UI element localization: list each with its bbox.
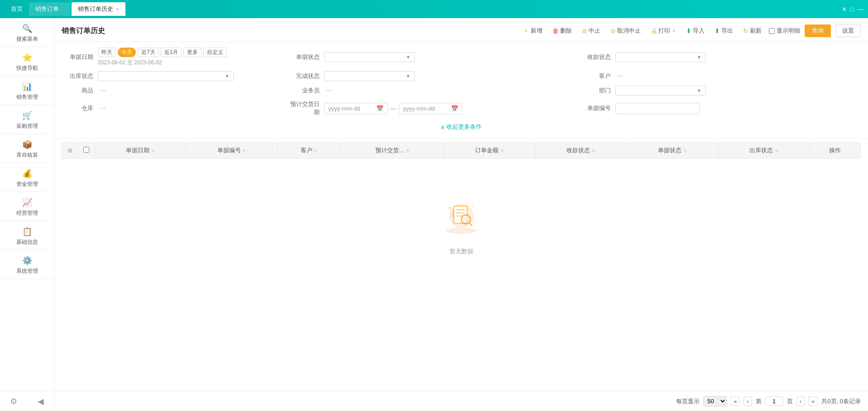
collapse-button[interactable]: ∧ 收起更多条件 [62, 121, 861, 133]
sidebar-item-quick-nav[interactable]: ⭐ 快捷导航 [0, 47, 54, 76]
empty-text: 暂无数据 [450, 247, 473, 256]
export-label: 导出 [721, 27, 733, 35]
customer-ellipsis[interactable]: ··· [615, 72, 625, 80]
first-page-button[interactable]: « [730, 396, 740, 406]
page-input[interactable] [765, 396, 783, 406]
date-btn-more[interactable]: 更多 [183, 48, 201, 57]
date-quick-btns: 昨天 今天 近7天 近1月 更多 自定义 [98, 48, 227, 57]
col-number[interactable]: 单据编号 ⇅ [186, 143, 277, 159]
col-outbound-status-sort[interactable]: ⇅ [775, 148, 778, 153]
empty-illustration [439, 195, 484, 240]
sidebar-settings-icon[interactable]: ⚙ [10, 396, 17, 406]
date-btn-custom[interactable]: 自定义 [203, 48, 227, 57]
outbound-select[interactable]: ▼ [98, 71, 234, 81]
col-date[interactable]: 单据日期 ⇅ [95, 143, 186, 159]
status-select[interactable]: ▼ [324, 52, 415, 62]
filter-customer-col: 客户 ··· [579, 72, 861, 80]
product-ellipsis[interactable]: ··· [98, 87, 107, 95]
tab-sales-order-history-close[interactable]: × [116, 6, 119, 12]
table-settings-icon[interactable]: ⚙ [67, 147, 73, 154]
home-tab[interactable]: 首页 [5, 2, 29, 16]
stop-button[interactable]: ⊘ 中止 [579, 25, 603, 36]
date-btn-1month[interactable]: 近1月 [161, 48, 182, 57]
new-label: 新增 [531, 27, 542, 35]
sidebar-item-purchase[interactable]: 🛒 采购管理 [0, 105, 54, 134]
sidebar-item-search[interactable]: 🔍 搜索菜单 [0, 18, 54, 47]
col-amount-sort[interactable]: ⇅ [500, 148, 504, 153]
calendar-from-icon[interactable]: 📅 [376, 105, 384, 112]
cancel-stop-label: 取消中止 [617, 27, 641, 35]
col-delivery[interactable]: 预计交货... ⇅ [340, 143, 444, 159]
col-amount[interactable]: 订单金额 ⇅ [444, 143, 535, 159]
sidebar-item-operations-label: 经营管理 [16, 209, 38, 217]
sidebar-item-basic-info[interactable]: 📋 基础信息 [0, 221, 54, 250]
sidebar-item-system[interactable]: ⚙️ 系统管理 [0, 250, 54, 279]
export-icon: ⬆ [715, 27, 720, 34]
inventory-icon: 📦 [22, 140, 32, 150]
new-button[interactable]: ＋ 新增 [520, 25, 545, 36]
import-button[interactable]: ⬇ 导入 [683, 25, 707, 36]
search-menu-icon: 🔍 [22, 24, 32, 34]
delivery-date-from[interactable]: yyyy-mm-dd 📅 [324, 103, 388, 114]
col-customer-sort[interactable]: ⇅ [314, 148, 317, 153]
print-button[interactable]: 🖨 打印 ▼ [648, 25, 679, 36]
query-button[interactable]: 查询 [805, 24, 831, 37]
page-header: 销售订单历史 ＋ 新增 🗑 删除 ⊘ 中止 ⊘ 取消中止 [54, 18, 868, 42]
status-select-arrow: ▼ [406, 54, 411, 60]
col-doc-status[interactable]: 单据状态 ⇅ [627, 143, 718, 159]
department-select[interactable]: ▼ [615, 86, 706, 96]
per-page-select[interactable]: 50 100 200 [703, 396, 727, 406]
col-receipt-status[interactable]: 收款状态 ⇅ [535, 143, 627, 159]
next-page-button[interactable]: › [796, 396, 805, 406]
col-delivery-sort[interactable]: ⇅ [406, 148, 409, 153]
date-btn-7days[interactable]: 近7天 [138, 48, 159, 57]
col-receipt-status-sort[interactable]: ⇅ [592, 148, 595, 153]
col-date-sort[interactable]: ⇅ [151, 148, 154, 153]
col-number-sort[interactable]: ⇅ [242, 148, 246, 153]
sidebar-item-finance-label: 资金管理 [16, 180, 38, 188]
completion-select[interactable]: ▼ [324, 71, 415, 81]
prev-page-button[interactable]: ‹ [743, 396, 752, 406]
delete-button[interactable]: 🗑 删除 [550, 25, 575, 36]
warehouse-ellipsis[interactable]: ··· [98, 104, 107, 112]
sidebar-collapse-icon[interactable]: ◀ [38, 396, 44, 406]
tab-sales-order-close[interactable]: × [62, 6, 64, 12]
date-btn-today[interactable]: 今天 [118, 48, 136, 57]
last-page-button[interactable]: » [808, 396, 818, 406]
cancel-stop-button[interactable]: ⊘ 取消中止 [608, 25, 643, 36]
sidebar-item-operations[interactable]: 📈 经营管理 [0, 192, 54, 221]
col-doc-status-sort[interactable]: ⇅ [683, 148, 687, 153]
tab-sales-order-history[interactable]: 销售订单历史 × [72, 2, 125, 16]
sidebar-item-inventory[interactable]: 📦 库存核算 [0, 134, 54, 163]
tab-sales-order[interactable]: 销售订单 × [29, 2, 71, 16]
sidebar-item-finance[interactable]: 💰 资金管理 [0, 163, 54, 192]
select-all-checkbox[interactable] [83, 147, 89, 153]
completion-label: 完成状态 [288, 72, 324, 80]
order-number-input[interactable] [615, 103, 700, 114]
collapse-icon: ∧ [441, 124, 445, 131]
window-close-icon[interactable]: ✕ [842, 6, 847, 13]
date-range-text: 2023-06-02 至 2023-06-02 [98, 59, 227, 67]
display-details-checkbox[interactable]: 显示明细 [769, 27, 800, 35]
date-btn-yesterday[interactable]: 昨天 [98, 48, 116, 57]
filter-warehouse-col: 仓库 ··· [62, 104, 288, 112]
salesperson-ellipsis[interactable]: ··· [324, 87, 334, 95]
top-bar: 首页 销售订单 × 销售订单历史 × ✕ □ — [0, 0, 868, 18]
col-customer[interactable]: 客户 ⇅ [277, 143, 340, 159]
col-outbound-status[interactable]: 出库状态 ⇅ [718, 143, 810, 159]
page-title: 销售订单历史 [62, 26, 105, 36]
display-details-input[interactable] [769, 28, 775, 34]
delete-label: 删除 [560, 27, 572, 35]
receipt-status-select[interactable]: ▼ [615, 52, 706, 62]
window-maximize-icon[interactable]: □ [850, 6, 854, 13]
export-button[interactable]: ⬆ 导出 [712, 25, 736, 36]
calendar-to-icon[interactable]: 📅 [451, 105, 458, 112]
warehouse-label: 仓库 [62, 104, 98, 112]
refresh-button[interactable]: ↻ 刷新 [740, 25, 764, 36]
settings-button[interactable]: 设置 [835, 24, 861, 37]
filter-order-number-col: 单据编号 [579, 103, 861, 114]
sidebar-item-sales[interactable]: 📊 销售管理 [0, 76, 54, 105]
window-minimize-icon[interactable]: — [858, 6, 863, 13]
table-section: ⚙ 单据日期 ⇅ 单据编号 ⇅ [54, 139, 868, 391]
delivery-date-to[interactable]: yyyy-mm-dd 📅 [399, 103, 462, 114]
